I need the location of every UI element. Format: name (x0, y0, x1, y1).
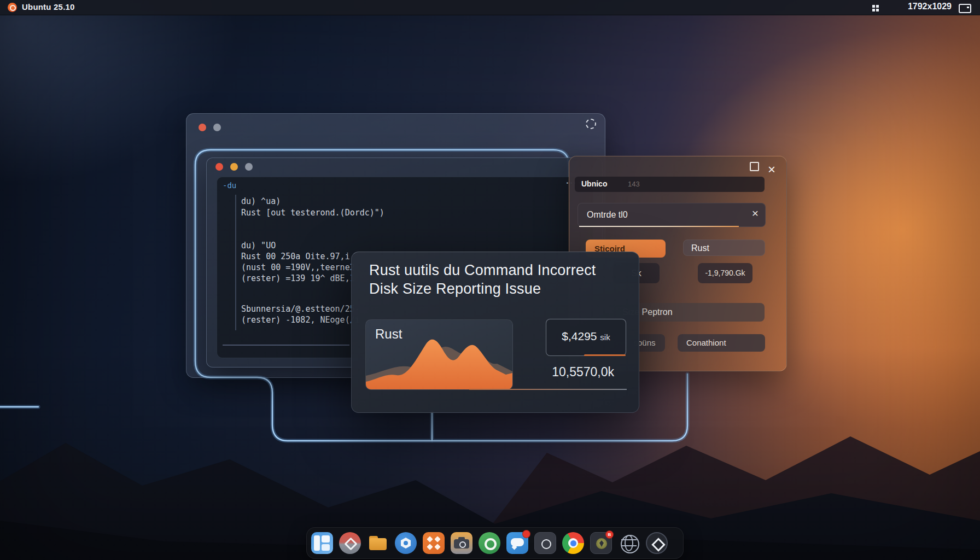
terminal-line: Rust 00 250a Oite.97,i (241, 251, 350, 262)
close-dot-icon[interactable] (199, 124, 206, 131)
screenshot-tool-icon[interactable] (451, 532, 472, 554)
tab-ubnico[interactable]: Ubnico (581, 179, 607, 188)
size-value-unit: sik (600, 332, 610, 342)
close-dot-icon[interactable] (215, 163, 223, 171)
window-tiles-icon[interactable] (311, 532, 333, 554)
usage-area-chart (366, 320, 512, 389)
dock: B (306, 527, 684, 559)
tab-strip: Ubnico 143 (575, 177, 765, 192)
chat-bubble-icon[interactable] (506, 532, 528, 554)
network-globe-icon[interactable] (618, 532, 640, 554)
minimize-dot-icon[interactable] (230, 163, 238, 171)
distro-sphere-icon[interactable] (339, 532, 361, 554)
indent-guide (235, 195, 236, 330)
terminal-line: (nust 00 =190V,,teerne2 (241, 262, 355, 273)
terminal-line: (rester) -1082, NEoge(/i (241, 314, 360, 325)
messenger-ring-icon[interactable] (479, 532, 500, 554)
security-emblem-icon[interactable]: B (590, 532, 612, 554)
size-value-field[interactable]: $,4295 sik (546, 319, 626, 356)
minimize-dot-icon[interactable] (213, 124, 221, 131)
rust-filter-button[interactable]: Rust (683, 240, 765, 256)
os-label: Ubuntu 25.10 (22, 2, 75, 11)
dialog-title-line1: Rust uutils du Command Incorrect (369, 262, 596, 279)
value-underline (584, 354, 626, 356)
issue-dialog: Rust uutils du Command Incorrect Disk Si… (351, 252, 639, 413)
search-input[interactable] (586, 207, 736, 223)
settings-gear-icon[interactable] (395, 532, 417, 554)
size-value-text: $,4295 sik (546, 330, 626, 343)
chrome-browser-icon[interactable] (562, 532, 584, 554)
ubuntu-logo-icon (8, 3, 17, 12)
tab-secondary[interactable]: 143 (628, 180, 640, 188)
terminal-title: -du (223, 180, 236, 190)
app-store-icon[interactable] (423, 532, 445, 554)
app-launcher-icon[interactable] (646, 532, 668, 554)
rust-usage-card[interactable]: Rust (365, 319, 513, 390)
search-underline (579, 226, 739, 227)
terminal-divider (223, 345, 349, 346)
top-bar: Ubuntu 25.10 1792x1029 (0, 0, 980, 15)
terminal-line: (rester) =139 19^ dBE,1 (241, 273, 355, 284)
terminal-line: Sbunnersia/@.estteon/25- (241, 304, 360, 314)
secondary-size-value: 10,5570,0k (552, 365, 614, 380)
app-circle-icon[interactable] (534, 532, 556, 554)
clear-search-icon[interactable]: × (752, 207, 759, 220)
dialog-divider (469, 389, 627, 390)
terminal-line: du) ^ua) (241, 196, 281, 207)
display-icon[interactable] (959, 4, 971, 13)
notification-badge: B (605, 530, 614, 539)
desktop: -du ···· du) ^ua) Rust [out testerond.(D… (0, 0, 980, 560)
restore-window-icon[interactable] (750, 162, 759, 171)
size-negative-value: -1,9,790.Gk (698, 263, 752, 283)
dialog-title-line2: Disk Size Reporting Issue (369, 281, 541, 298)
search-box: × (578, 203, 766, 227)
refresh-icon[interactable] (586, 119, 596, 129)
close-icon[interactable]: × (765, 162, 778, 177)
maximize-dot-icon[interactable] (245, 163, 253, 171)
resolution-label: 1792x1029 (908, 2, 952, 11)
terminal-line: Rust [out testerond.(Dordc)") (241, 207, 384, 218)
notification-badge (522, 530, 530, 538)
terminal-line: du) "UO (241, 240, 276, 251)
right-option-button[interactable]: Conathiont (678, 334, 765, 352)
files-folder-icon[interactable] (367, 532, 389, 554)
workspace-grid-icon[interactable] (872, 5, 875, 8)
